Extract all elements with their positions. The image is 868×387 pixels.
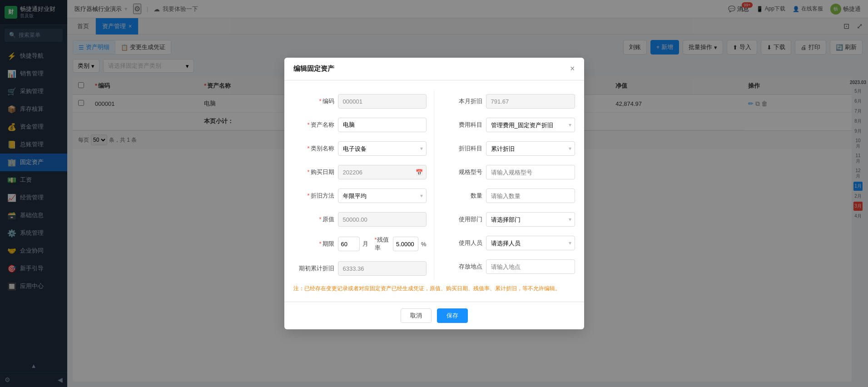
dept-label: 使用部门 xyxy=(441,215,482,223)
monthly-dep-input[interactable] xyxy=(486,94,575,109)
residual-rate-label: *残值率 xyxy=(375,236,390,252)
location-label: 存放地点 xyxy=(441,263,482,271)
form-row-user: 使用人员 请选择人员 ▾ xyxy=(441,231,575,255)
modal-header: 编辑固定资产 × xyxy=(284,58,584,80)
dept-select[interactable]: 请选择部门 xyxy=(486,212,575,227)
expense-account-select[interactable]: 管理费用_固定资产折旧 xyxy=(486,118,575,132)
form-row-dep-method: *折旧方法 年限平均 ▾ xyxy=(293,184,427,208)
form-right-col: 本月折旧 费用科目 管理费用_固定资产折旧 ▾ xyxy=(434,89,575,280)
form-row-period: *期限 月 *残值率 % xyxy=(293,231,427,257)
monthly-dep-label: 本月折旧 xyxy=(441,97,482,105)
period-unit: 月 xyxy=(362,240,368,248)
form-row-dep-account: 折旧科目 累计折旧 ▾ xyxy=(441,137,575,160)
form-row-location: 存放地点 xyxy=(441,255,575,278)
dep-method-select-wrap: 年限平均 ▾ xyxy=(338,189,427,203)
original-value-label: *原值 xyxy=(293,215,334,223)
asset-name-label: *资产名称 xyxy=(293,121,334,129)
spec-input[interactable] xyxy=(486,165,575,179)
residual-rate-unit: % xyxy=(421,241,427,248)
residual-rate-input[interactable] xyxy=(393,237,418,251)
user-select[interactable]: 请选择人员 xyxy=(486,236,575,250)
period-label: *期限 xyxy=(293,240,334,248)
purchase-date-label: *购买日期 xyxy=(293,168,334,176)
initial-dep-input[interactable] xyxy=(338,261,427,276)
modal-body: *编码 *资产名称 *类别名称 xyxy=(284,80,584,302)
expense-account-select-wrap: 管理费用_固定资产折旧 ▾ xyxy=(486,118,575,132)
code-input[interactable] xyxy=(338,94,427,109)
expense-account-label: 费用科目 xyxy=(441,121,482,129)
purchase-date-input[interactable] xyxy=(338,165,427,179)
period-inline: 月 *残值率 % xyxy=(338,236,427,252)
dep-account-select-wrap: 累计折旧 ▾ xyxy=(486,141,575,156)
modal-note: 注：已经存在变更记录或者对应固定资产已经生成凭证，原值、购买日期、残值率、累计折… xyxy=(293,280,575,293)
quantity-input[interactable] xyxy=(486,189,575,203)
dept-select-wrap: 请选择部门 ▾ xyxy=(486,212,575,227)
modal-title: 编辑固定资产 xyxy=(293,64,334,73)
category-label: *类别名称 xyxy=(293,144,334,153)
original-value-input[interactable] xyxy=(338,212,427,227)
location-input[interactable] xyxy=(486,259,575,274)
form-row-asset-name: *资产名称 xyxy=(293,113,427,137)
spec-label: 规格型号 xyxy=(441,168,482,176)
form-row-category: *类别名称 电子设备 ▾ xyxy=(293,137,427,160)
modal-footer: 取消 保存 xyxy=(284,302,584,329)
initial-dep-label: 期初累计折旧 xyxy=(293,264,334,273)
form-row-purchase-date: *购买日期 📅 xyxy=(293,160,427,184)
dep-account-label: 折旧科目 xyxy=(441,144,482,153)
category-select-wrap: 电子设备 ▾ xyxy=(338,141,427,156)
modal-overlay: 编辑固定资产 × *编码 *资产名称 xyxy=(0,0,868,387)
form-row-initial-dep: 期初累计折旧 xyxy=(293,257,427,280)
modal-close-button[interactable]: × xyxy=(570,64,575,74)
dep-method-select[interactable]: 年限平均 xyxy=(338,189,427,203)
form-row-code: *编码 xyxy=(293,89,427,113)
save-button[interactable]: 保存 xyxy=(437,308,468,323)
form-row-quantity: 数量 xyxy=(441,184,575,208)
edit-asset-modal: 编辑固定资产 × *编码 *资产名称 xyxy=(284,58,584,329)
form-row-monthly-dep: 本月折旧 xyxy=(441,89,575,113)
form-grid: *编码 *资产名称 *类别名称 xyxy=(293,89,575,280)
form-row-dept: 使用部门 请选择部门 ▾ xyxy=(441,208,575,231)
form-row-expense-account: 费用科目 管理费用_固定资产折旧 ▾ xyxy=(441,113,575,137)
form-row-spec: 规格型号 xyxy=(441,160,575,184)
code-label: *编码 xyxy=(293,97,334,105)
user-select-wrap: 请选择人员 ▾ xyxy=(486,236,575,250)
purchase-date-wrap: 📅 xyxy=(338,165,427,179)
asset-name-input[interactable] xyxy=(338,118,427,132)
dep-method-label: *折旧方法 xyxy=(293,192,334,200)
quantity-label: 数量 xyxy=(441,192,482,200)
dep-account-select[interactable]: 累计折旧 xyxy=(486,141,575,156)
cancel-button[interactable]: 取消 xyxy=(401,308,432,323)
form-row-original-value: *原值 xyxy=(293,208,427,231)
period-input[interactable] xyxy=(338,237,360,251)
user-label: 使用人员 xyxy=(441,239,482,247)
category-select[interactable]: 电子设备 xyxy=(338,141,427,156)
form-left-col: *编码 *资产名称 *类别名称 xyxy=(293,89,434,280)
